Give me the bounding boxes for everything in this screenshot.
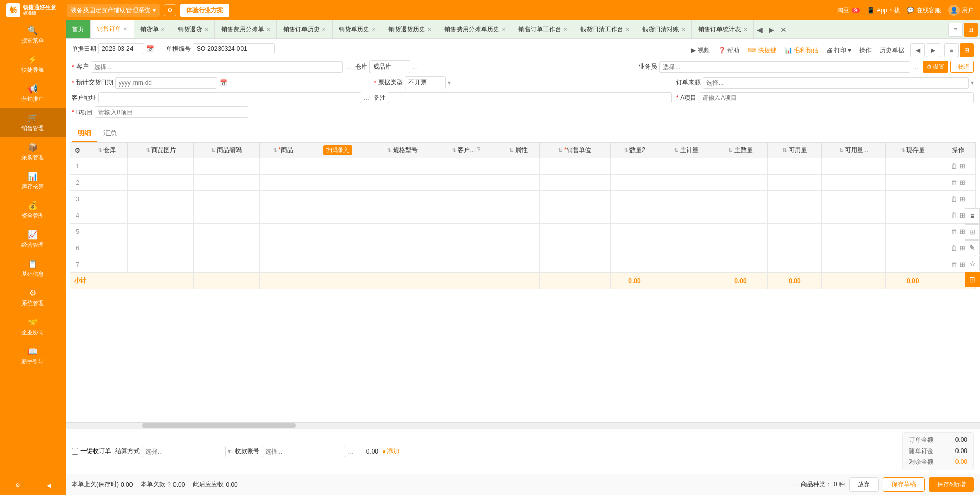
order-source-arrow[interactable]: ▾ xyxy=(971,79,974,87)
sidebar-collapse-btn[interactable]: ◀ xyxy=(45,480,53,491)
tab-close-refund-history[interactable]: ✕ xyxy=(427,27,431,32)
right-edit-btn[interactable]: ✎ xyxy=(965,240,980,255)
sidebar-item-marketing[interactable]: 📢 营销推广 xyxy=(0,79,66,108)
sidebar-item-purchase[interactable]: 📦 采购管理 xyxy=(0,137,66,166)
tab-close-order-history[interactable]: ✕ xyxy=(322,27,326,32)
sidebar-item-guide[interactable]: 📖 新手引导 xyxy=(0,341,66,371)
tab-detail[interactable]: 明细 xyxy=(72,125,97,142)
tab-sales-return[interactable]: 销货单 ✕ xyxy=(134,20,171,39)
view-tile-btn[interactable]: ⊞ xyxy=(964,23,978,37)
tab-next-btn[interactable]: ▶ xyxy=(766,26,777,34)
tab-sales-refund[interactable]: 销货退货 ✕ xyxy=(171,20,215,39)
right-table-view-btn[interactable]: ≡ xyxy=(965,208,980,224)
tab-cash-workbench[interactable]: 钱货日清工作台 ✕ xyxy=(574,20,636,39)
customer-more-btn[interactable]: … xyxy=(345,63,351,71)
app-download-item[interactable]: 📱 App下载 xyxy=(867,6,900,15)
row-delete-btn[interactable]: 🗑 xyxy=(951,211,957,219)
right-filter-btn[interactable]: ⊞ xyxy=(965,224,980,240)
delivery-calendar-icon[interactable]: 📅 xyxy=(220,79,227,87)
notification-item[interactable]: 淘豆 9 xyxy=(837,6,860,15)
invoice-type-arrow[interactable]: ▾ xyxy=(448,79,451,87)
tab-home[interactable]: 首页 xyxy=(66,20,91,39)
tab-prev-btn[interactable]: ◀ xyxy=(754,26,766,34)
right-star-btn[interactable]: ☆ xyxy=(965,256,980,271)
tab-refund-history[interactable]: 销货退货历史 ✕ xyxy=(382,20,438,39)
notes-input[interactable] xyxy=(388,92,671,103)
tab-expense-split[interactable]: 销售费用分摊单 ✕ xyxy=(215,20,277,39)
current-payable-help[interactable]: ? xyxy=(167,481,171,488)
row-copy-btn[interactable]: ⊞ xyxy=(960,195,965,203)
help-btn[interactable]: ❓ 帮助 xyxy=(716,45,742,56)
sidebar-item-search[interactable]: 🔍 搜索菜单 xyxy=(0,20,66,50)
tab-close-return-history[interactable]: ✕ xyxy=(372,27,376,32)
tab-close-order-workbench[interactable]: ✕ xyxy=(563,27,568,32)
tab-summary[interactable]: 汇总 xyxy=(97,125,123,142)
shortcut-btn[interactable]: ⌨ 快捷键 xyxy=(746,45,778,56)
table-scroll-bar[interactable] xyxy=(66,422,980,428)
tab-more-btn[interactable]: ✕ xyxy=(777,26,790,34)
sidebar-item-sales[interactable]: 🛒 销售管理 xyxy=(0,108,66,137)
staff-more-btn[interactable]: … xyxy=(912,63,919,71)
system-settings-icon[interactable]: ⚙ xyxy=(164,4,176,16)
print-btn[interactable]: 🖨 打印 ▾ xyxy=(824,45,853,56)
row-copy-btn[interactable]: ⊞ xyxy=(960,179,965,186)
row-delete-btn[interactable]: 🗑 xyxy=(951,261,957,268)
sidebar-item-inventory[interactable]: 📊 库存核算 xyxy=(0,166,66,196)
add-material-btn[interactable]: +物流 xyxy=(950,61,974,73)
payment-method-arrow[interactable]: ▾ xyxy=(228,448,231,455)
user-item[interactable]: 👤 用户 xyxy=(948,5,974,16)
page-prev-btn[interactable]: ◀ xyxy=(910,43,925,57)
row-delete-btn[interactable]: 🗑 xyxy=(951,228,957,235)
tab-close-expense-split[interactable]: ✕ xyxy=(266,27,270,32)
calendar-icon[interactable]: 📅 xyxy=(146,45,154,52)
tab-return-history[interactable]: 销货单历史 ✕ xyxy=(333,20,382,39)
tab-close-sales-summary[interactable]: ✕ xyxy=(743,27,747,32)
view-video-btn[interactable]: ▶ 视频 xyxy=(689,45,712,56)
table-settings-icon[interactable]: ⚙ xyxy=(75,147,80,154)
tab-sales-summary[interactable]: 销售订单统计表 ✕ xyxy=(692,20,754,39)
tab-close-sales-refund[interactable]: ✕ xyxy=(204,27,208,32)
online-service-item[interactable]: 💬 在线客服 xyxy=(907,6,941,15)
sidebar-item-finance[interactable]: 💰 资金管理 xyxy=(0,196,66,225)
tab-close-sales-order[interactable]: ✕ xyxy=(123,26,127,32)
system-title[interactable]: 装备及固定资产辅助管理系统 ▾ xyxy=(67,4,160,17)
save-new-btn[interactable]: 保存&新增 xyxy=(929,477,974,492)
receipt-more-btn[interactable]: … xyxy=(347,448,354,455)
b-project-input[interactable] xyxy=(95,106,248,118)
page-next-btn[interactable]: ▶ xyxy=(926,43,940,57)
history-bill-btn[interactable]: 历史单据 xyxy=(878,45,906,56)
list-view-btn[interactable]: ≡ xyxy=(944,43,959,57)
row-delete-btn[interactable]: 🗑 xyxy=(951,195,957,203)
tab-expense-history[interactable]: 销售费用分摊单历史 ✕ xyxy=(438,20,512,39)
row-copy-btn[interactable]: ⊞ xyxy=(960,162,965,170)
row-copy-btn[interactable]: ⊞ xyxy=(960,211,965,219)
tab-close-sales-return[interactable]: ✕ xyxy=(161,27,165,32)
bill-no-input[interactable]: SO-20230324-001 xyxy=(193,43,275,54)
warehouse-more-btn[interactable]: … xyxy=(412,63,419,71)
operate-btn[interactable]: 操作 xyxy=(857,45,874,56)
discard-btn[interactable]: 放弃 xyxy=(849,477,879,492)
sidebar-item-quick-nav[interactable]: ⚡ 快捷导航 xyxy=(0,50,66,79)
view-list-btn[interactable]: ≡ xyxy=(948,23,963,37)
address-input[interactable] xyxy=(98,92,361,103)
settings-float-btn[interactable]: ⚙ 设置 xyxy=(923,61,948,73)
sidebar-item-operations[interactable]: 📈 经营管理 xyxy=(0,225,66,254)
save-draft-btn[interactable]: 保存草稿 xyxy=(883,477,925,492)
profit-forecast-btn[interactable]: 📊 毛利预估 xyxy=(782,45,820,56)
one-click-order-checkbox[interactable] xyxy=(72,448,78,455)
tab-close-cash-reconcile[interactable]: ✕ xyxy=(681,27,685,32)
row-delete-btn[interactable]: 🗑 xyxy=(951,179,957,186)
order-source-input[interactable] xyxy=(703,77,969,89)
tab-close-cash-workbench[interactable]: ✕ xyxy=(625,27,629,32)
row-copy-btn[interactable]: ⊞ xyxy=(960,261,965,268)
tab-order-history[interactable]: 销售订单历史 ✕ xyxy=(277,20,333,39)
row-copy-btn[interactable]: ⊞ xyxy=(960,244,965,252)
industry-btn[interactable]: 体验行业方案 xyxy=(180,4,229,17)
sidebar-item-basic-info[interactable]: 📋 基础信息 xyxy=(0,254,66,283)
row-delete-btn[interactable]: 🗑 xyxy=(951,162,957,170)
invoice-type-select[interactable]: 不开票 xyxy=(405,76,446,89)
row-copy-btn[interactable]: ⊞ xyxy=(960,228,965,235)
sidebar-settings-btn[interactable]: ⚙ xyxy=(13,480,23,491)
customer-code-help-icon[interactable]: ? xyxy=(477,146,481,154)
payment-method-input[interactable] xyxy=(142,446,226,457)
